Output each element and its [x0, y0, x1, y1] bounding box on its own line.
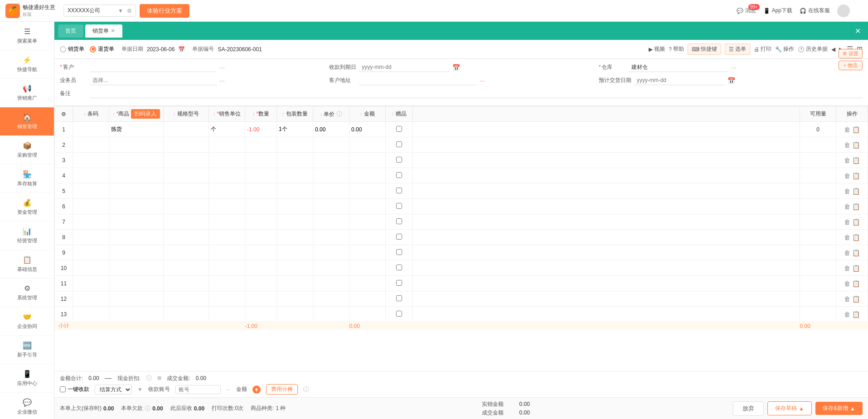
copy-row-icon[interactable]: 📋 [852, 280, 860, 287]
delete-row-icon[interactable]: 🗑 [844, 234, 850, 241]
radio-return[interactable]: 退货单 [90, 45, 114, 53]
row-desc-10[interactable] [413, 276, 800, 291]
col-header-settings[interactable]: ⚙ [55, 106, 73, 122]
copy-row-icon[interactable]: 📋 [852, 311, 860, 318]
row-spec-8[interactable] [164, 245, 209, 260]
row-barcode-6[interactable] [73, 214, 109, 230]
tab-close-button[interactable]: ✕ [851, 27, 864, 35]
row-amount-12[interactable] [349, 307, 386, 322]
payment-due-input[interactable] [359, 63, 450, 72]
row-product-3[interactable] [109, 168, 164, 183]
copy-row-icon[interactable]: 📋 [852, 249, 860, 256]
row-unit-12[interactable] [209, 307, 245, 322]
company-selector[interactable]: XXXXXX公司 ▼ ⚙ [63, 5, 136, 17]
avatar[interactable] [837, 5, 850, 17]
warehouse-input[interactable] [629, 63, 728, 72]
tab-sales-order[interactable]: 销货单 ✕ [85, 24, 122, 38]
row-desc-5[interactable] [413, 199, 800, 214]
row-desc-6[interactable] [413, 214, 800, 230]
row-product-8[interactable] [109, 245, 164, 260]
row-pkgqty-1[interactable] [277, 137, 313, 153]
row-qty-1[interactable] [245, 137, 277, 153]
row-product-4[interactable] [109, 183, 164, 199]
sidebar-item-operations[interactable]: 📊 经营管理 [0, 222, 54, 250]
row-qty-10[interactable] [245, 276, 277, 291]
row-desc-3[interactable] [413, 168, 800, 183]
row-amount-4[interactable] [349, 183, 386, 199]
expected-date-input[interactable] [634, 76, 725, 85]
sidebar-item-app-center[interactable]: 📱 应用中心 [0, 364, 54, 393]
row-desc-4[interactable] [413, 183, 800, 199]
remark-input[interactable] [90, 89, 863, 98]
delete-row-icon[interactable]: 🗑 [844, 157, 850, 164]
delete-row-icon[interactable]: 🗑 [844, 188, 850, 195]
row-amount-0[interactable] [349, 122, 386, 137]
expected-date-calendar-icon[interactable]: 📅 [727, 77, 735, 84]
row-amount-7[interactable] [349, 230, 386, 245]
salesman-picker-btn[interactable]: ··· [219, 77, 225, 84]
message-button[interactable]: 💬 消息 99+ [737, 7, 756, 14]
shortcut-btn[interactable]: ⌨ 快捷键 [688, 43, 721, 55]
row-pkgqty-10[interactable] [277, 276, 313, 291]
row-pkgqty-11[interactable] [277, 291, 313, 307]
help-btn[interactable]: ? 帮助 [669, 45, 684, 53]
row-pkgqty-0[interactable] [277, 122, 313, 137]
row-desc-9[interactable] [413, 260, 800, 276]
copy-row-icon[interactable]: 📋 [852, 295, 860, 303]
copy-row-icon[interactable]: 📋 [852, 234, 860, 241]
row-spec-7[interactable] [164, 230, 209, 245]
row-price-12[interactable] [313, 307, 349, 322]
settings-btn[interactable]: ⚙ 设置 [839, 49, 863, 58]
copy-row-icon[interactable]: 📋 [852, 157, 860, 164]
row-price-7[interactable] [313, 230, 349, 245]
tab-close-icon[interactable]: ✕ [111, 28, 115, 34]
row-product-0[interactable] [109, 122, 164, 137]
ops-btn[interactable]: 🔧 操作 [775, 45, 794, 53]
row-product-9[interactable] [109, 260, 164, 276]
row-qty-4[interactable] [245, 183, 277, 199]
row-unit-7[interactable] [209, 230, 245, 245]
row-pkgqty-9[interactable] [277, 260, 313, 276]
app-download-button[interactable]: 📱 App下载 [763, 7, 792, 14]
row-product-5[interactable] [109, 199, 164, 214]
calendar-icon[interactable]: 📅 [178, 46, 185, 53]
settings-icon[interactable]: ⚙ [127, 8, 132, 14]
row-pkgqty-2[interactable] [277, 153, 313, 168]
salesman-input[interactable] [90, 76, 217, 85]
row-pkgqty-3[interactable] [277, 168, 313, 183]
row-gift-5[interactable] [386, 199, 413, 214]
row-pkgqty-7[interactable] [277, 230, 313, 245]
row-barcode-10[interactable] [73, 276, 109, 291]
row-price-10[interactable] [313, 276, 349, 291]
customer-addr-input[interactable] [359, 76, 477, 85]
row-product-1[interactable] [109, 137, 164, 153]
row-barcode-12[interactable] [73, 307, 109, 322]
trial-button[interactable]: 体验行业方案 [140, 4, 189, 18]
row-spec-6[interactable] [164, 214, 209, 230]
row-pkgqty-6[interactable] [277, 214, 313, 230]
delete-row-icon[interactable]: 🗑 [844, 172, 850, 179]
row-pkgqty-4[interactable] [277, 183, 313, 199]
row-qty-11[interactable] [245, 291, 277, 307]
sidebar-item-purchase[interactable]: 📦 采购管理 [0, 136, 54, 164]
row-spec-1[interactable] [164, 137, 209, 153]
row-unit-0[interactable] [209, 122, 245, 137]
row-gift-6[interactable] [386, 214, 413, 230]
one-click-pay-checkbox[interactable]: 一键收款 [60, 385, 89, 393]
copy-row-icon[interactable]: 📋 [852, 141, 860, 149]
addr-picker-btn[interactable]: ··· [480, 77, 485, 84]
delete-row-icon[interactable]: 🗑 [844, 311, 850, 318]
row-price-1[interactable] [313, 137, 349, 153]
row-unit-1[interactable] [209, 137, 245, 153]
logistics-btn[interactable]: + 物流 [839, 61, 863, 70]
row-product-11[interactable] [109, 291, 164, 307]
row-unit-5[interactable] [209, 199, 245, 214]
delete-row-icon[interactable]: 🗑 [844, 295, 850, 303]
row-barcode-1[interactable] [73, 137, 109, 153]
warehouse-picker-btn[interactable]: ··· [731, 64, 737, 71]
save-new-button[interactable]: 保存&新增 ▲ [815, 402, 863, 415]
sidebar-item-system[interactable]: ⚙ 系统管理 [0, 279, 54, 307]
row-qty-5[interactable] [245, 199, 277, 214]
row-unit-10[interactable] [209, 276, 245, 291]
payment-due-calendar-icon[interactable]: 📅 [452, 64, 460, 71]
